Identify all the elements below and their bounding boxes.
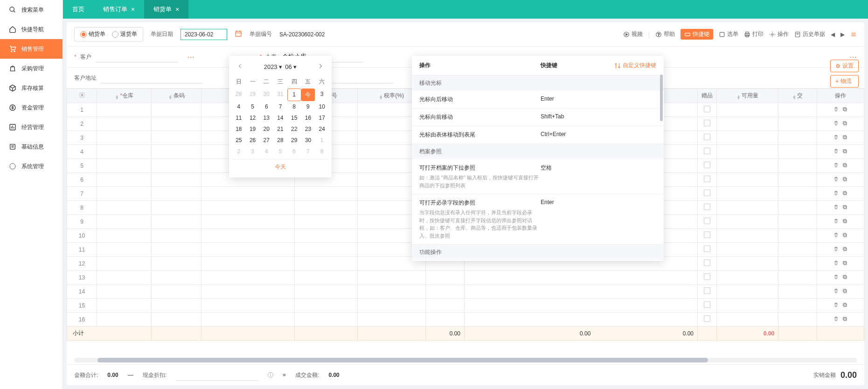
customer-input[interactable] <box>95 51 178 62</box>
gift-checkbox[interactable] <box>704 232 710 238</box>
help-action[interactable]: ?帮助 <box>655 30 675 38</box>
scrollbar-thumb[interactable] <box>97 358 708 362</box>
menu-action[interactable] <box>850 31 857 38</box>
cal-day[interactable]: 16 <box>301 112 315 123</box>
radio-return[interactable]: 退货单 <box>112 30 137 38</box>
cal-day[interactable]: 27 <box>259 135 273 146</box>
cal-day[interactable]: 28 <box>232 89 246 101</box>
copy-row-icon[interactable] <box>842 162 848 170</box>
copy-row-icon[interactable] <box>842 274 848 281</box>
copy-row-icon[interactable] <box>842 218 848 225</box>
copy-row-icon[interactable] <box>842 302 848 309</box>
close-icon[interactable]: × <box>175 6 179 13</box>
cal-day[interactable]: 6 <box>259 101 273 112</box>
sidebar-item-funds[interactable]: 资金管理 <box>0 98 62 117</box>
gift-checkbox[interactable] <box>704 301 710 308</box>
copy-row-icon[interactable] <box>842 232 848 239</box>
copy-row-icon[interactable] <box>842 190 848 198</box>
copy-row-icon[interactable] <box>842 288 848 295</box>
gift-checkbox[interactable] <box>704 134 710 140</box>
cal-day[interactable]: 11 <box>232 112 246 123</box>
print-action[interactable]: 打印 <box>744 30 764 38</box>
delete-row-icon[interactable] <box>833 204 839 212</box>
delete-row-icon[interactable] <box>833 106 839 114</box>
col-delivery[interactable]: ▲▼交 <box>778 89 817 103</box>
cal-day[interactable]: 25 <box>232 135 246 146</box>
video-action[interactable]: 视频 <box>623 30 643 38</box>
cal-day[interactable]: 18 <box>232 123 246 135</box>
panel-scrollbar[interactable] <box>660 75 663 121</box>
sidebar-item-purchase[interactable]: 采购管理 <box>0 59 62 78</box>
cal-day[interactable]: 24 <box>315 123 329 135</box>
delete-row-icon[interactable] <box>833 232 839 239</box>
cal-day[interactable]: 17 <box>315 112 329 123</box>
tab-sales-slip[interactable]: 销货单 × <box>144 0 188 19</box>
operate-action[interactable]: 操作 <box>769 30 789 38</box>
customer-addr-input[interactable] <box>100 72 203 83</box>
cal-prev[interactable] <box>236 61 245 72</box>
cal-day[interactable]: 7 <box>301 146 315 157</box>
gift-checkbox[interactable] <box>704 148 710 154</box>
sidebar-item-quicknav[interactable]: 快捷导航 <box>0 20 62 39</box>
cal-day[interactable]: 20 <box>259 123 273 135</box>
cal-day[interactable]: 8 <box>287 101 301 112</box>
copy-row-icon[interactable] <box>842 134 848 142</box>
cal-day[interactable]: 13 <box>259 112 273 123</box>
cal-day[interactable]: 3 <box>246 146 260 157</box>
tab-sales-order[interactable]: 销售订单 × <box>94 0 144 19</box>
gift-checkbox[interactable] <box>704 162 710 168</box>
help-icon[interactable]: ⓘ <box>268 371 273 379</box>
cal-day[interactable]: 30 <box>301 135 315 146</box>
cal-day[interactable]: 29 <box>287 135 301 146</box>
delete-row-icon[interactable] <box>833 120 839 128</box>
sidebar-item-sales[interactable]: 销售管理 <box>0 39 62 59</box>
copy-row-icon[interactable] <box>842 148 848 156</box>
cal-day[interactable]: 12 <box>246 112 260 123</box>
table-row[interactable]: 15 <box>67 299 864 313</box>
gift-checkbox[interactable] <box>704 190 710 196</box>
cal-day[interactable]: 7 <box>273 101 287 112</box>
delete-row-icon[interactable] <box>833 302 839 309</box>
gift-checkbox[interactable] <box>704 218 710 224</box>
gift-checkbox[interactable] <box>704 120 710 126</box>
cal-day[interactable]: 30 <box>259 89 273 101</box>
cal-day[interactable]: 19 <box>246 123 260 135</box>
history-action[interactable]: 历史单据 <box>794 30 825 38</box>
sidebar-item-business[interactable]: 经营管理 <box>0 117 62 137</box>
discount-input[interactable] <box>176 369 258 381</box>
cal-day[interactable]: 22 <box>287 123 301 135</box>
cal-day[interactable]: 1 <box>315 135 329 146</box>
cal-day[interactable]: 14 <box>273 112 287 123</box>
next-action[interactable]: ▶ <box>840 31 845 38</box>
close-icon[interactable]: × <box>131 6 135 13</box>
delete-row-icon[interactable] <box>833 162 839 170</box>
delete-row-icon[interactable] <box>833 218 839 225</box>
table-row[interactable]: 16 <box>67 313 864 327</box>
sidebar-item-inventory[interactable]: 库存核算 <box>0 78 62 98</box>
cal-day[interactable]: 9 <box>301 101 315 112</box>
radio-sales[interactable]: 销货单 <box>80 30 105 38</box>
col-warehouse[interactable]: ▲▼*仓库 <box>97 89 152 103</box>
delete-row-icon[interactable] <box>833 246 839 253</box>
cal-day[interactable]: 31 <box>273 89 287 101</box>
cal-next[interactable] <box>316 61 325 72</box>
delete-row-icon[interactable] <box>833 190 839 198</box>
cal-day[interactable]: 今 <box>301 89 315 101</box>
cal-day[interactable]: 21 <box>273 123 287 135</box>
cal-day[interactable]: 3 <box>315 89 329 101</box>
table-row[interactable]: 13 <box>67 271 864 285</box>
settings-button[interactable]: ⚙设置 <box>830 60 859 72</box>
cal-day[interactable]: 1 <box>287 89 301 101</box>
prev-action[interactable]: ◀ <box>831 31 835 38</box>
delete-row-icon[interactable] <box>833 316 839 323</box>
delete-row-icon[interactable] <box>833 274 839 281</box>
cal-month[interactable]: 06 ▾ <box>285 63 297 70</box>
copy-row-icon[interactable] <box>842 260 848 267</box>
cal-day[interactable]: 29 <box>246 89 260 101</box>
select-action[interactable]: 选单 <box>719 30 738 38</box>
copy-row-icon[interactable] <box>842 246 848 253</box>
cal-day[interactable]: 8 <box>315 146 329 157</box>
copy-row-icon[interactable] <box>842 120 848 128</box>
cal-day[interactable]: 6 <box>287 146 301 157</box>
cal-day[interactable]: 4 <box>259 146 273 157</box>
